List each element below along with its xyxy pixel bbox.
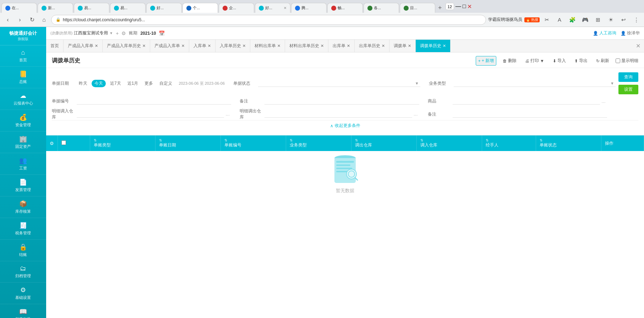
th-checkbox-cell[interactable] bbox=[58, 135, 90, 151]
home-button[interactable]: ⌂ bbox=[39, 15, 49, 25]
sidebar-item-close[interactable]: 🔒 结账 bbox=[0, 240, 46, 261]
undo-icon[interactable]: ↩ bbox=[618, 15, 628, 25]
browser-tab-3[interactable]: 易... bbox=[74, 3, 109, 13]
th-in-warehouse[interactable]: 调入仓库 bbox=[416, 135, 482, 151]
th-biz-type[interactable]: 业务类型 bbox=[286, 135, 351, 151]
new-tab-button[interactable]: + bbox=[436, 3, 444, 13]
query-button[interactable]: 查询 bbox=[618, 72, 638, 82]
detail-remark-input[interactable] bbox=[453, 111, 607, 118]
detail-in-ellipsis-icon[interactable]: … bbox=[224, 112, 231, 117]
import-button[interactable]: ⬇ 导入 bbox=[551, 56, 568, 65]
date-btn-custom[interactable]: 自定义 bbox=[157, 80, 174, 87]
th-date[interactable]: 单账日期 bbox=[155, 135, 220, 151]
sidebar-item-guide[interactable]: 📖 新手引导 bbox=[0, 304, 46, 318]
refresh-button[interactable]: ↻ 刷新 bbox=[594, 56, 611, 65]
show-more-toggle[interactable]: 显示明细 bbox=[616, 58, 638, 64]
goods-ellipsis-icon[interactable]: … bbox=[600, 99, 607, 104]
tab-close-icon[interactable]: ✕ bbox=[443, 44, 446, 48]
detail-out-input[interactable] bbox=[264, 111, 412, 118]
browser-tab-4[interactable]: 易... bbox=[110, 3, 146, 13]
sidebar-item-invoice[interactable]: 📄 发票管理 bbox=[0, 175, 46, 196]
page-tab-in-history[interactable]: 入库单历史 ✕ bbox=[215, 40, 250, 52]
close-window-button[interactable]: ✕ bbox=[467, 3, 472, 10]
tab-close-icon[interactable]: ✕ bbox=[284, 6, 286, 10]
tab-close-icon[interactable]: ✕ bbox=[347, 44, 350, 48]
page-tab-material-out[interactable]: 材料出库单 ✕ bbox=[250, 40, 285, 52]
maximize-button[interactable]: □ bbox=[463, 3, 466, 10]
tab-close-icon[interactable]: ✕ bbox=[321, 44, 324, 48]
tab-close-icon[interactable]: ✕ bbox=[408, 44, 411, 48]
browser-tab-7[interactable]: 企... bbox=[219, 3, 254, 13]
minimize-button[interactable]: — bbox=[455, 3, 461, 10]
help-button[interactable]: 👤 人工咨询 bbox=[593, 30, 616, 36]
tab-close-icon[interactable]: ✕ bbox=[95, 44, 98, 48]
th-gear[interactable]: ⚙ bbox=[46, 135, 58, 151]
date-btn-today[interactable]: 今天 bbox=[92, 80, 106, 87]
sidebar-item-settings[interactable]: ⚙ 基础设置 bbox=[0, 283, 46, 304]
biz-type-dropdown[interactable] bbox=[454, 80, 616, 87]
page-tab-transfer-history[interactable]: 调拨单历史 ✕ bbox=[416, 40, 451, 52]
page-tab-stock-in2[interactable]: 产成品入库单 ✕ bbox=[150, 40, 189, 52]
sidebar-item-ledger[interactable]: 📒 总账 bbox=[0, 67, 46, 88]
sidebar-item-tax[interactable]: 🧾 税务管理 bbox=[0, 218, 46, 240]
browser-tab-5[interactable]: 好... bbox=[146, 3, 182, 13]
page-tab-stock-in[interactable]: 产成品入库单 ✕ bbox=[64, 40, 103, 52]
detail-out-ellipsis-icon[interactable]: … bbox=[412, 112, 419, 117]
delete-button[interactable]: 🗑 删除 bbox=[501, 56, 519, 65]
sidebar-item-archive[interactable]: 🗂 归档管理 bbox=[0, 261, 46, 283]
browser-tab-9[interactable]: 腾... bbox=[291, 3, 327, 13]
game-icon[interactable]: 🎮 bbox=[580, 15, 590, 25]
page-tab-in[interactable]: 入库单 ✕ bbox=[189, 40, 215, 52]
back-button[interactable]: ‹ bbox=[3, 15, 13, 25]
company-selector[interactable]: (勿删勿禁用) 江西服宝测试专用 ▼ bbox=[50, 30, 113, 36]
th-out-warehouse[interactable]: 调出仓库 bbox=[351, 135, 416, 151]
translate-icon[interactable]: A bbox=[555, 15, 564, 25]
tab-close-icon[interactable]: ✕ bbox=[181, 44, 185, 48]
browser-tab-10[interactable]: 畅... bbox=[327, 3, 363, 13]
export-button[interactable]: ⬆ 导出 bbox=[572, 56, 590, 65]
page-tab-stock-in-history[interactable]: 产成品入库单历史 ✕ bbox=[103, 40, 150, 52]
show-more-checkbox[interactable] bbox=[616, 58, 620, 63]
th-number[interactable]: 单账编号 bbox=[220, 135, 286, 151]
settings-button[interactable]: 设置 bbox=[618, 85, 638, 94]
date-btn-7days[interactable]: 近7天 bbox=[108, 80, 123, 87]
goods-input[interactable] bbox=[453, 98, 600, 105]
forward-button[interactable]: › bbox=[15, 15, 25, 25]
tab-close-icon[interactable]: ✕ bbox=[382, 44, 385, 48]
address-bar[interactable]: 🔒 https://cloud.chanjet.com/accounting/u… bbox=[51, 15, 486, 25]
date-btn-yesterday[interactable]: 昨天 bbox=[77, 80, 89, 87]
page-tab-home[interactable]: 首页 bbox=[46, 40, 64, 52]
th-type[interactable]: 单账类型 bbox=[90, 135, 155, 151]
extension-icon[interactable]: 🧩 bbox=[567, 15, 577, 25]
tab-close-icon[interactable]: ✕ bbox=[142, 44, 146, 48]
doc-number-input[interactable] bbox=[77, 98, 231, 105]
collapse-bar[interactable]: ∧ 收起更多条件 bbox=[52, 120, 638, 131]
calendar-icon[interactable]: 📅 bbox=[159, 30, 165, 36]
sidebar-item-inventory[interactable]: 📦 库存核算 bbox=[0, 196, 46, 218]
browser-tab-6[interactable]: 个... bbox=[182, 3, 218, 13]
tab-close-icon[interactable]: ✕ bbox=[208, 44, 211, 48]
scissors-icon[interactable]: ✂ bbox=[542, 15, 552, 25]
select-all-checkbox[interactable] bbox=[61, 140, 66, 145]
tab-close-icon[interactable]: ✕ bbox=[277, 44, 280, 48]
page-tab-out[interactable]: 出库单 ✕ bbox=[328, 40, 355, 52]
sidebar-item-reports[interactable]: ☁ 云报表中心 bbox=[0, 88, 46, 110]
detail-in-input[interactable] bbox=[77, 111, 224, 118]
menu-icon[interactable]: ⋮ bbox=[631, 15, 641, 25]
reload-button[interactable]: ↻ bbox=[27, 15, 37, 25]
page-tab-out-history[interactable]: 出库单历史 ✕ bbox=[355, 40, 389, 52]
new-button[interactable]: + + 新增 bbox=[476, 56, 496, 66]
grid-icon[interactable]: ⊞ bbox=[593, 15, 603, 25]
tab-bar-close-button[interactable]: ✕ bbox=[632, 43, 644, 49]
page-tab-transfer[interactable]: 调拨单 ✕ bbox=[389, 40, 416, 52]
company-settings-button[interactable]: ⚙ bbox=[121, 30, 126, 36]
browser-tab-12[interactable]: 目... bbox=[400, 3, 435, 13]
theme-icon[interactable]: ☀ bbox=[606, 15, 616, 25]
sidebar-item-home[interactable]: ⌂ 首页 bbox=[0, 45, 46, 67]
sidebar-item-salary[interactable]: 👥 工资 bbox=[0, 153, 46, 175]
browser-tab-1[interactable]: 在... bbox=[1, 3, 37, 13]
remark-input[interactable] bbox=[264, 98, 419, 105]
th-handler[interactable]: 经手人 bbox=[482, 135, 536, 151]
sidebar-item-fixed[interactable]: 🏢 固定资产 bbox=[0, 132, 46, 153]
page-tab-material-out-history[interactable]: 材料出库单历史 ✕ bbox=[285, 40, 328, 52]
